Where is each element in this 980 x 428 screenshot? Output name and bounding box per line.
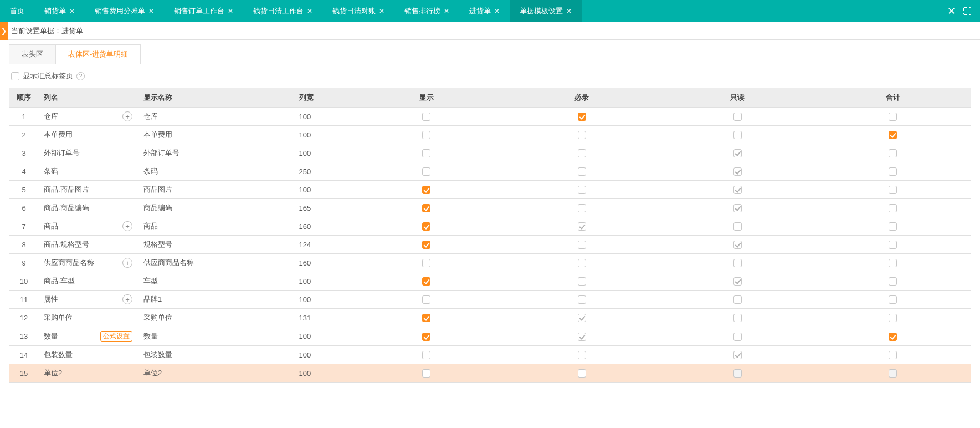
- checkbox[interactable]: [578, 167, 586, 176]
- table-row[interactable]: 9供应商商品名称+供应商商品名称160: [9, 254, 971, 272]
- checkbox[interactable]: [422, 295, 430, 304]
- checkbox[interactable]: [578, 149, 586, 157]
- cell-display-name[interactable]: 商品图片: [138, 181, 294, 199]
- tab-6[interactable]: 进货单✕: [459, 0, 510, 22]
- table-row[interactable]: 12采购单位采购单位131: [9, 309, 971, 327]
- checkbox[interactable]: [422, 259, 430, 267]
- table-row[interactable]: 2本单费用本单费用100: [9, 126, 971, 144]
- help-icon[interactable]: ?: [76, 72, 85, 80]
- cell-width[interactable]: 100: [294, 291, 349, 309]
- table-row[interactable]: 7商品+商品160: [9, 217, 971, 236]
- checkbox[interactable]: [422, 131, 430, 139]
- cell-display-name[interactable]: 外部订单号: [138, 144, 294, 162]
- checkbox[interactable]: [422, 222, 430, 231]
- checkbox[interactable]: [889, 131, 897, 139]
- plus-icon[interactable]: +: [122, 294, 132, 304]
- cell-display-name[interactable]: 采购单位: [138, 309, 294, 327]
- close-icon[interactable]: ✕: [228, 7, 233, 15]
- plus-icon[interactable]: +: [122, 258, 132, 268]
- table-row[interactable]: 6商品.商品编码商品编码165: [9, 199, 971, 217]
- table-row[interactable]: 5商品.商品图片商品图片100: [9, 181, 971, 199]
- cell-width[interactable]: 100: [294, 327, 349, 346]
- cell-display-name[interactable]: 包装数量: [138, 346, 294, 364]
- checkbox[interactable]: [733, 259, 742, 267]
- cell-width[interactable]: 100: [294, 108, 349, 126]
- checkbox[interactable]: [422, 369, 430, 378]
- checkbox[interactable]: [733, 131, 742, 139]
- checkbox[interactable]: [578, 241, 586, 249]
- checkbox[interactable]: [422, 186, 430, 194]
- cell-display-name[interactable]: 品牌1: [138, 291, 294, 309]
- checkbox[interactable]: [578, 259, 586, 267]
- close-workspace-button[interactable]: ✕: [947, 5, 956, 17]
- checkbox[interactable]: [422, 351, 430, 359]
- table-row[interactable]: 11属性+品牌1100: [9, 291, 971, 309]
- checkbox[interactable]: [422, 333, 430, 341]
- tab-1[interactable]: 销售费用分摊单✕: [85, 0, 164, 22]
- table-row[interactable]: 10商品.车型车型100: [9, 272, 971, 291]
- checkbox[interactable]: [422, 149, 430, 157]
- table-row[interactable]: 13数量公式设置数量100: [9, 327, 971, 346]
- checkbox[interactable]: [733, 333, 742, 341]
- checkbox[interactable]: [578, 351, 586, 359]
- checkbox[interactable]: [889, 295, 897, 304]
- checkbox[interactable]: [422, 277, 430, 286]
- checkbox[interactable]: [889, 333, 897, 341]
- plus-icon[interactable]: +: [122, 111, 132, 121]
- section-tab-1[interactable]: 表体区-进货单明细: [55, 44, 141, 64]
- cell-width[interactable]: 131: [294, 309, 349, 327]
- cell-display-name[interactable]: 商品编码: [138, 199, 294, 217]
- checkbox[interactable]: [889, 222, 897, 231]
- checkbox[interactable]: [889, 241, 897, 249]
- cell-width[interactable]: 124: [294, 236, 349, 254]
- cell-display-name[interactable]: 单位2: [138, 364, 294, 383]
- cell-width[interactable]: 165: [294, 199, 349, 217]
- checkbox[interactable]: [889, 113, 897, 121]
- cell-display-name[interactable]: 车型: [138, 272, 294, 291]
- checkbox[interactable]: [578, 295, 586, 304]
- cell-width[interactable]: 100: [294, 364, 349, 383]
- checkbox[interactable]: [578, 131, 586, 139]
- checkbox[interactable]: [889, 314, 897, 322]
- cell-width[interactable]: 100: [294, 144, 349, 162]
- table-row[interactable]: 4条码条码250: [9, 162, 971, 181]
- show-summary-checkbox[interactable]: [11, 72, 19, 80]
- table-row[interactable]: 14包装数量包装数量100: [9, 346, 971, 364]
- cell-display-name[interactable]: 本单费用: [138, 126, 294, 144]
- tab-5[interactable]: 销售排行榜✕: [394, 0, 459, 22]
- checkbox[interactable]: [422, 167, 430, 176]
- tab-home[interactable]: 首页: [0, 0, 34, 22]
- cell-display-name[interactable]: 规格型号: [138, 236, 294, 254]
- cell-width[interactable]: 100: [294, 346, 349, 364]
- cell-display-name[interactable]: 条码: [138, 162, 294, 181]
- checkbox[interactable]: [578, 204, 586, 212]
- plus-icon[interactable]: +: [122, 221, 132, 231]
- checkbox[interactable]: [578, 113, 586, 121]
- close-icon[interactable]: ✕: [69, 7, 75, 15]
- checkbox[interactable]: [422, 204, 430, 212]
- checkbox[interactable]: [578, 369, 586, 378]
- checkbox[interactable]: [889, 277, 897, 286]
- cell-width[interactable]: 250: [294, 162, 349, 181]
- table-row[interactable]: 15单位2单位2100: [9, 364, 971, 383]
- fullscreen-icon[interactable]: [963, 7, 971, 15]
- tab-4[interactable]: 钱货日清对账✕: [322, 0, 394, 22]
- close-icon[interactable]: ✕: [379, 7, 384, 15]
- checkbox[interactable]: [889, 186, 897, 194]
- cell-width[interactable]: 100: [294, 126, 349, 144]
- checkbox[interactable]: [889, 259, 897, 267]
- close-icon[interactable]: ✕: [494, 7, 500, 15]
- checkbox[interactable]: [422, 314, 430, 322]
- close-icon[interactable]: ✕: [307, 7, 312, 15]
- checkbox[interactable]: [578, 186, 586, 194]
- section-tab-0[interactable]: 表头区: [9, 44, 56, 64]
- checkbox[interactable]: [733, 314, 742, 322]
- cell-width[interactable]: 160: [294, 217, 349, 236]
- cell-display-name[interactable]: 供应商商品名称: [138, 254, 294, 272]
- checkbox[interactable]: [733, 222, 742, 231]
- cell-width[interactable]: 100: [294, 272, 349, 291]
- tab-2[interactable]: 销售订单工作台✕: [164, 0, 243, 22]
- checkbox[interactable]: [889, 149, 897, 157]
- checkbox[interactable]: [578, 277, 586, 286]
- close-icon[interactable]: ✕: [148, 7, 154, 15]
